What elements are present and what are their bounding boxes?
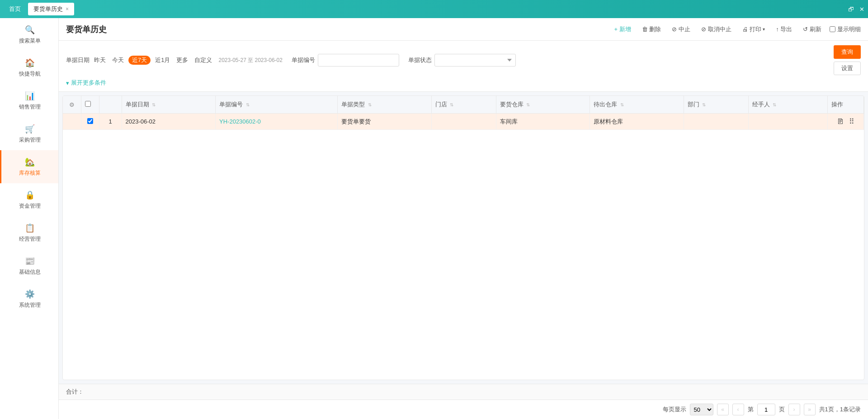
cell-bill-no: YH-20230602-0 — [216, 114, 338, 130]
sidebar-item-finance-label: 资金管理 — [19, 202, 41, 210]
sidebar-item-search-label: 搜索菜单 — [19, 37, 41, 45]
sales-icon: 📊 — [24, 90, 35, 101]
settings-gear-icon[interactable]: ⚙ — [69, 101, 75, 108]
cell-bill-type: 要货单要货 — [338, 114, 432, 130]
date-shortcut-yesterday[interactable]: 昨天 — [92, 56, 108, 65]
last-page-button[interactable]: » — [804, 404, 816, 415]
sidebar-item-operations[interactable]: 📋 经营管理 — [0, 216, 58, 249]
bill-no-link[interactable]: YH-20230602-0 — [219, 118, 261, 125]
col-header-settings: ⚙ — [63, 96, 81, 114]
sort-bill-type-icon[interactable]: ⇅ — [368, 102, 372, 107]
tab-history-close[interactable]: × — [66, 6, 69, 12]
expand-more-label: 展开更多条件 — [71, 79, 106, 87]
date-shortcuts: 昨天 今天 近7天 近1月 更多 自定义 — [92, 56, 214, 65]
stop-button[interactable]: ⊘ 中止 — [669, 24, 693, 35]
row-checkbox[interactable] — [87, 118, 93, 124]
home-icon: 🏠 — [24, 57, 35, 68]
cancel-stop-button-label: ⊘ 取消中止 — [701, 25, 731, 33]
col-header-req-warehouse: 要货仓库 ⇅ — [496, 96, 590, 114]
date-shortcut-today[interactable]: 今天 — [110, 56, 126, 65]
delete-button[interactable]: 🗑 删除 — [639, 24, 664, 35]
sort-pending-warehouse-icon[interactable]: ⇅ — [620, 102, 624, 107]
display-detail-toggle[interactable]: 显示明细 — [830, 25, 861, 33]
first-page-button[interactable]: « — [717, 404, 729, 415]
sidebar-item-finance[interactable]: 🔒 资金管理 — [0, 183, 58, 216]
cell-num: 1 — [99, 114, 122, 130]
sidebar-item-inventory[interactable]: 🏡 库存核算 — [0, 150, 58, 183]
page-input[interactable] — [757, 404, 775, 415]
row-more-icon[interactable]: ⠿ — [847, 117, 856, 126]
col-header-pending-warehouse: 待出仓库 ⇅ — [590, 96, 684, 114]
table-area: ⚙ 单据日期 ⇅ 单据编号 ⇅ — [62, 95, 864, 380]
next-page-button[interactable]: › — [788, 404, 800, 415]
system-icon: ⚙️ — [24, 289, 35, 300]
page-header: 要货单历史 + 新增 🗑 删除 ⊘ 中止 ⊘ 取消中止 🖨 打印 ▾ — [59, 18, 868, 41]
sidebar-item-quick-nav[interactable]: 🏠 快捷导航 — [0, 51, 58, 84]
col-header-handler: 经手人 ⇅ — [748, 96, 827, 114]
cancel-stop-button[interactable]: ⊘ 取消中止 — [698, 24, 734, 35]
cell-date: 2023-06-02 — [122, 114, 216, 130]
filter-date-label: 单据日期 — [66, 56, 90, 64]
print-button-label: 🖨 打印 — [742, 25, 762, 33]
delete-button-label: 🗑 删除 — [642, 25, 661, 33]
filter-actions: 查询 设置 — [834, 45, 861, 75]
sidebar-item-quick-nav-label: 快捷导航 — [19, 70, 41, 78]
filter-settings-button[interactable]: 设置 — [834, 62, 861, 75]
restore-icon[interactable]: 🗗 — [848, 6, 854, 13]
top-bar: 首页 要货单历史 × 🗗 ✕ — [0, 0, 868, 18]
tab-history-label: 要货单历史 — [33, 5, 63, 13]
sort-store-icon[interactable]: ⇅ — [450, 102, 453, 107]
query-button[interactable]: 查询 — [834, 45, 861, 59]
purchase-icon: 🛒 — [24, 124, 35, 134]
refresh-button[interactable]: ↺ 刷新 — [800, 24, 824, 35]
sort-handler-icon[interactable]: ⇅ — [773, 102, 776, 107]
sidebar-item-search[interactable]: 🔍 搜索菜单 — [0, 18, 58, 51]
new-button[interactable]: + 新增 — [612, 24, 634, 35]
col-header-check — [81, 96, 99, 114]
data-table: ⚙ 单据日期 ⇅ 单据编号 ⇅ — [63, 96, 864, 130]
table-row: 1 2023-06-02 YH-20230602-0 要货单要货 — [63, 114, 864, 130]
cell-store — [431, 114, 496, 130]
date-shortcut-7days[interactable]: 近7天 — [128, 56, 151, 65]
col-header-department: 部门 ⇅ — [684, 96, 748, 114]
close-icon[interactable]: ✕ — [859, 6, 864, 13]
date-shortcut-more[interactable]: 更多 — [175, 56, 190, 65]
sidebar-item-sales[interactable]: 📊 销售管理 — [0, 84, 58, 117]
row-view-icon[interactable]: 🖹 — [835, 117, 846, 126]
top-bar-right: 🗗 ✕ — [848, 6, 864, 13]
sidebar-item-purchase[interactable]: 🛒 采购管理 — [0, 117, 58, 150]
table-header-row: ⚙ 单据日期 ⇅ 单据编号 ⇅ — [63, 96, 864, 114]
export-button[interactable]: ↑ 导出 — [773, 24, 795, 35]
print-dropdown-icon: ▾ — [763, 27, 765, 32]
sort-date-icon[interactable]: ⇅ — [152, 102, 156, 107]
bill-no-input[interactable] — [318, 54, 399, 67]
date-shortcut-custom[interactable]: 自定义 — [193, 56, 214, 65]
sidebar-item-purchase-label: 采购管理 — [19, 136, 41, 144]
sidebar: 🔍 搜索菜单 🏠 快捷导航 📊 销售管理 🛒 采购管理 🏡 库存核算 🔒 资金管… — [0, 18, 59, 419]
prev-page-button[interactable]: ‹ — [732, 404, 744, 415]
cell-handler — [748, 114, 827, 130]
filter-bill-no: 单据编号 — [292, 54, 399, 67]
select-all-checkbox[interactable] — [85, 101, 91, 107]
expand-more-button[interactable]: ▾ 展开更多条件 — [66, 79, 861, 87]
date-shortcut-1month[interactable]: 近1月 — [153, 56, 172, 65]
per-page-select[interactable]: 20 50 100 200 — [690, 404, 713, 415]
filter-bar: 单据日期 昨天 今天 近7天 近1月 更多 自定义 2023-05-27 至 2… — [59, 41, 868, 92]
col-header-bill-no: 单据编号 ⇅ — [216, 96, 338, 114]
sidebar-item-basic[interactable]: 📰 基础信息 — [0, 249, 58, 282]
display-detail-checkbox[interactable] — [830, 26, 835, 32]
tab-history[interactable]: 要货单历史 × — [28, 3, 74, 15]
status-select[interactable] — [434, 54, 516, 67]
sidebar-item-inventory-label: 库存核算 — [19, 169, 41, 177]
sort-bill-no-icon[interactable]: ⇅ — [246, 102, 250, 107]
col-header-ops: 操作 — [828, 96, 864, 114]
print-button[interactable]: 🖨 打印 ▾ — [740, 24, 768, 35]
sort-req-warehouse-icon[interactable]: ⇅ — [526, 102, 530, 107]
finance-icon: 🔒 — [24, 190, 35, 200]
sort-department-icon[interactable]: ⇅ — [702, 102, 706, 107]
cell-settings — [63, 114, 81, 130]
sidebar-item-system[interactable]: ⚙️ 系统管理 — [0, 282, 58, 315]
tab-home[interactable]: 首页 — [4, 3, 26, 15]
page-suffix: 页 — [779, 405, 785, 414]
col-header-num — [99, 96, 122, 114]
